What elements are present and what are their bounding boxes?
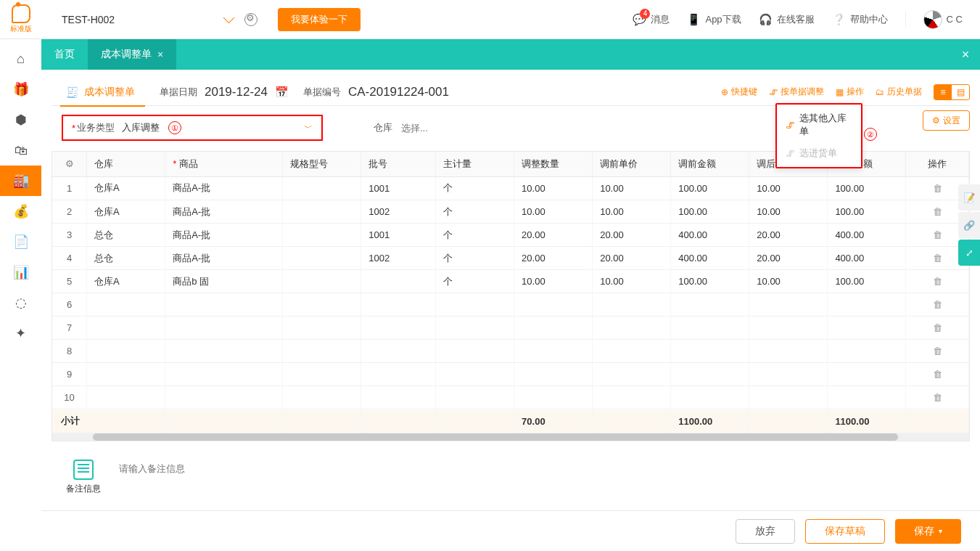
cell-unit[interactable]: 个 — [436, 270, 514, 293]
cell-pre-amt[interactable] — [671, 386, 749, 409]
cell-warehouse[interactable] — [87, 340, 165, 363]
cell-spec[interactable] — [283, 177, 361, 200]
cell-spec[interactable] — [283, 247, 361, 270]
warehouse-input[interactable] — [400, 122, 545, 134]
cell-pre-price[interactable]: 10.00 — [593, 177, 671, 200]
cell-unit[interactable]: 个 — [436, 247, 514, 270]
nav-house[interactable]: ⬢ — [0, 105, 41, 135]
help-center[interactable]: ❔ 帮助中心 — [832, 13, 888, 26]
cell-pre-amt[interactable]: 100.00 — [671, 200, 749, 224]
tool-byorder[interactable]: 🖇按单据调整 — [769, 86, 824, 98]
cell-pre-price[interactable] — [593, 293, 671, 317]
cell-spec[interactable] — [283, 200, 361, 224]
cell-post-amt[interactable]: 100.00 — [828, 177, 906, 200]
list-view-icon[interactable]: ≡ — [934, 85, 952, 99]
nav-report[interactable]: 📊 — [0, 257, 41, 287]
cell-pre-price[interactable]: 10.00 — [593, 270, 671, 293]
table-row[interactable]: 3总仓商品A-批1001个20.0020.00400.0020.00400.00… — [52, 224, 969, 247]
messages[interactable]: 💬 消息 4 — [633, 13, 670, 26]
cell-product[interactable]: 商品A-批 — [165, 247, 283, 270]
cell-post-price[interactable] — [749, 317, 828, 340]
delete-row-button[interactable]: 🗑 — [906, 270, 969, 293]
cell-post-amt[interactable]: 100.00 — [828, 270, 906, 293]
tool-history[interactable]: 🗂历史单据 — [876, 86, 922, 98]
nav-sync[interactable]: ◌ — [0, 287, 41, 318]
user-menu[interactable]: C C — [923, 10, 963, 29]
cell-pre-price[interactable] — [593, 386, 671, 409]
cell-post-amt[interactable] — [828, 386, 906, 409]
cell-product[interactable] — [165, 363, 283, 386]
table-row[interactable]: 5仓库A商品b 固个10.0010.00100.0010.00100.00🗑 — [52, 270, 969, 293]
cell-spec[interactable] — [283, 224, 361, 247]
cell-pre-price[interactable]: 20.00 — [593, 224, 671, 247]
tool-shortcut[interactable]: ⊕快捷键 — [721, 86, 757, 98]
cell-pre-price[interactable]: 10.00 — [593, 200, 671, 224]
settings-button[interactable]: ⚙ 设置 — [923, 110, 970, 131]
cell-pre-amt[interactable] — [671, 293, 749, 317]
col-settings[interactable]: ⚙ — [52, 152, 87, 176]
cell-unit[interactable]: 个 — [436, 200, 514, 224]
cell-pre-amt[interactable]: 400.00 — [671, 224, 749, 247]
app-logo[interactable]: 标准版 — [0, 0, 41, 39]
cell-batch[interactable] — [361, 340, 436, 363]
close-icon[interactable]: × — [157, 49, 163, 60]
col-product[interactable]: 商品 — [165, 152, 283, 176]
nav-new[interactable]: ✦ — [0, 318, 41, 348]
col-batch[interactable]: 批号 — [361, 152, 436, 176]
cell-pre-amt[interactable]: 100.00 — [671, 177, 749, 200]
cell-unit[interactable]: 个 — [436, 224, 514, 247]
view-toggle[interactable]: ≡ ▤ — [934, 84, 970, 100]
rightbar-link[interactable]: 🔗 — [958, 212, 980, 238]
cell-pre-amt[interactable]: 400.00 — [671, 247, 749, 270]
cell-warehouse[interactable] — [87, 317, 165, 340]
cell-unit[interactable] — [436, 340, 514, 363]
cell-post-amt[interactable]: 100.00 — [828, 200, 906, 224]
cell-warehouse[interactable] — [87, 293, 165, 317]
table-row[interactable]: 6🗑 — [52, 293, 969, 317]
table-row[interactable]: 7🗑 — [52, 317, 969, 340]
col-qty[interactable]: 调整数量 — [514, 152, 593, 176]
delete-row-button[interactable]: 🗑 — [906, 340, 969, 363]
cell-warehouse[interactable]: 仓库A — [87, 270, 165, 293]
cell-product[interactable] — [165, 386, 283, 409]
horizontal-scrollbar[interactable] — [52, 433, 969, 441]
cell-pre-price[interactable]: 20.00 — [593, 247, 671, 270]
cell-product[interactable]: 商品A-批 — [165, 200, 283, 224]
cell-post-price[interactable]: 10.00 — [749, 270, 828, 293]
save-button[interactable]: 保存 ▾ — [895, 519, 961, 544]
cell-post-amt[interactable]: 400.00 — [828, 224, 906, 247]
cell-post-price[interactable] — [749, 386, 828, 409]
cell-qty[interactable]: 10.00 — [514, 270, 593, 293]
cell-spec[interactable] — [283, 363, 361, 386]
delete-row-button[interactable]: 🗑 — [906, 317, 969, 340]
save-draft-button[interactable]: 保存草稿 — [805, 519, 885, 544]
cell-post-price[interactable] — [749, 293, 828, 317]
online-service[interactable]: 🎧 在线客服 — [759, 13, 815, 26]
cell-warehouse[interactable]: 总仓 — [87, 247, 165, 270]
cell-post-amt[interactable] — [828, 293, 906, 317]
cell-batch[interactable] — [361, 270, 436, 293]
cell-warehouse[interactable]: 仓库A — [87, 177, 165, 200]
cell-batch[interactable] — [361, 293, 436, 317]
cell-warehouse[interactable] — [87, 363, 165, 386]
calendar-icon[interactable]: 📅 — [275, 86, 289, 99]
cell-qty[interactable] — [514, 293, 593, 317]
cell-post-price[interactable]: 10.00 — [749, 177, 828, 200]
cell-pre-amt[interactable]: 100.00 — [671, 270, 749, 293]
cell-pre-amt[interactable] — [671, 317, 749, 340]
biz-type-select[interactable]: * 业务类型 入库调整 ① ﹀ — [62, 115, 323, 141]
tenant-select[interactable]: TEST-H002 — [53, 8, 242, 31]
cell-qty[interactable] — [514, 317, 593, 340]
table-row[interactable]: 2仓库A商品A-批1002个10.0010.00100.0010.00100.0… — [52, 200, 969, 224]
cell-product[interactable]: 商品A-批 — [165, 177, 283, 200]
col-spec[interactable]: 规格型号 — [283, 152, 361, 176]
cell-qty[interactable] — [514, 386, 593, 409]
warehouse-select[interactable]: 仓库 — [374, 115, 545, 141]
nav-money[interactable]: 💰 — [0, 196, 41, 226]
cell-product[interactable] — [165, 293, 283, 317]
cell-qty[interactable]: 20.00 — [514, 224, 593, 247]
col-pre-price[interactable]: 调前单价 — [593, 152, 671, 176]
doc-title-tab[interactable]: 🧾 成本调整单 — [60, 78, 145, 106]
cell-warehouse[interactable] — [87, 386, 165, 409]
cell-pre-amt[interactable] — [671, 340, 749, 363]
